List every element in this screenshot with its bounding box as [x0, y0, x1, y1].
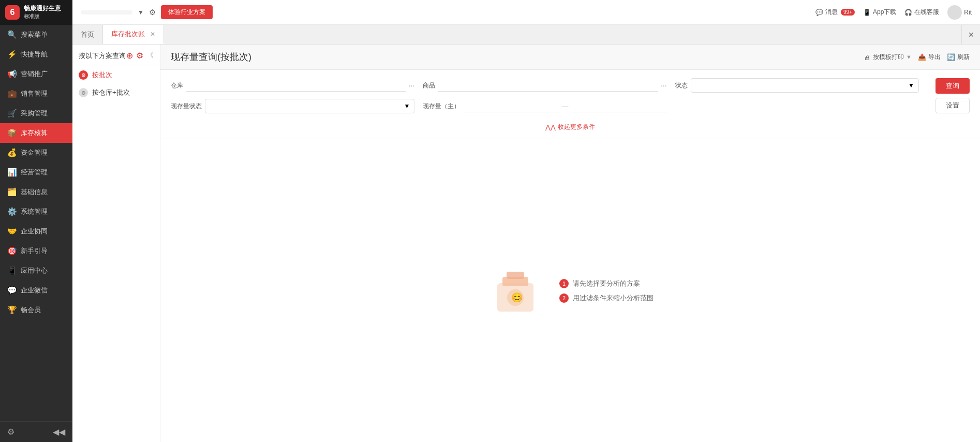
tip-num-1: 1 [559, 279, 569, 288]
sidebar-footer: ⚙ ◀◀ [0, 421, 72, 442]
topbar-gear-icon[interactable]: ⚙ [149, 8, 156, 17]
warehouse-filter-input[interactable] [186, 80, 406, 92]
empty-tips: 1 请先选择要分析的方案 2 用过滤条件来缩小分析范围 [559, 279, 654, 303]
sidebar-item-finance[interactable]: 💰 资金管理 [0, 143, 72, 163]
product-filter-input[interactable] [438, 80, 658, 92]
sidebar-item-label: 新手引导 [21, 246, 48, 256]
sidebar-item-appcenter[interactable]: 📱 应用中心 [0, 261, 72, 281]
tab-home[interactable]: 首页 [72, 25, 103, 44]
app-subtitle: 标准版 [24, 13, 61, 20]
app-download-label: App下载 [873, 8, 896, 17]
query-button[interactable]: 查询 [936, 78, 970, 94]
settings-plan-icon[interactable]: ⚙ [136, 51, 143, 61]
topbar-left: ▼ ⚙ 体验行业方案 [81, 5, 213, 19]
sidebar-item-marketing[interactable]: 📢 营销推广 [0, 64, 72, 84]
app-download-action[interactable]: 📱 App下载 [863, 8, 896, 17]
topbar-search-bar[interactable] [81, 10, 132, 14]
tip-num-2: 2 [559, 293, 569, 303]
plan-item-by-batch[interactable]: ⚙ 按批次 [72, 66, 160, 84]
sidebar-item-purchase[interactable]: 🛒 采购管理 [0, 104, 72, 123]
online-service-action[interactable]: 🎧 在线客服 [904, 8, 939, 17]
tab-bar: 首页 库存批次账 ✕ ✕ [72, 25, 980, 45]
collapse-panel-icon[interactable]: 《 [146, 51, 154, 61]
range-dash: — [562, 102, 569, 110]
print-dropdown-icon[interactable]: ▼ [906, 54, 912, 60]
empty-state-icon: 😊 [487, 262, 544, 319]
industry-solution-button[interactable]: 体验行业方案 [161, 5, 213, 19]
quicknav-icon: ⚡ [7, 50, 17, 59]
right-content: 现存量查询(按批次) 🖨 按模板打印 ▼ 📤 导出 🔄 刷新 [160, 45, 980, 442]
inventory-status-filter-group: 现存量状态 ▼ [171, 99, 414, 113]
sidebar-item-operations[interactable]: 📊 经营管理 [0, 163, 72, 182]
sidebar-item-guide[interactable]: 🎯 新手引导 [0, 241, 72, 261]
sidebar-header: 6 畅康通好生意 标准版 [0, 0, 72, 25]
sidebar-item-basic[interactable]: 🗂️ 基础信息 [0, 182, 72, 202]
close-tab-icon[interactable]: ✕ [150, 31, 155, 38]
close-all-icon: ✕ [968, 31, 974, 39]
settings-icon[interactable]: ⚙ [7, 427, 14, 437]
inventory-status-select[interactable]: ▼ [205, 99, 414, 113]
sidebar-nav: 🔍 搜索菜单 ⚡ 快捷导航 📢 营销推广 💼 销售管理 🛒 采购管理 📦 库存核… [0, 25, 72, 421]
online-service-label: 在线客服 [914, 8, 939, 17]
sidebar-item-sales[interactable]: 💼 销售管理 [0, 84, 72, 104]
page-title-bar: 现存量查询(按批次) 🖨 按模板打印 ▼ 📤 导出 🔄 刷新 [160, 45, 980, 70]
enterprise-icon: 🤝 [7, 227, 17, 236]
search-icon: 🔍 [7, 30, 17, 39]
plan-label: 按仓库+批次 [92, 88, 130, 97]
status-select[interactable]: ▼ [691, 78, 919, 93]
collapse-filter-bar[interactable]: ⋀⋀ 收起更多条件 [171, 120, 970, 135]
warehouse-more-icon[interactable]: ··· [409, 81, 415, 90]
plan-label: 按批次 [92, 70, 112, 80]
home-tab-label: 首页 [81, 30, 94, 39]
svg-rect-2 [507, 272, 524, 279]
inventory-qty-filter-group: 现存量（主） — [423, 100, 666, 112]
vip-icon: 🏆 [7, 305, 17, 315]
svg-text:😊: 😊 [511, 292, 523, 303]
sidebar-item-search[interactable]: 🔍 搜索菜单 [0, 25, 72, 45]
message-icon: 💬 [815, 9, 823, 16]
empty-tip-1: 1 请先选择要分析的方案 [559, 279, 654, 288]
inventory-qty-label: 现存量（主） [423, 102, 460, 111]
close-all-tabs-button[interactable]: ✕ [961, 25, 980, 44]
inventory-qty-from[interactable] [463, 100, 558, 112]
tip-text-2: 用过滤条件来缩小分析范围 [573, 293, 654, 303]
add-plan-icon[interactable]: ⊕ [126, 51, 133, 61]
sidebar-item-system[interactable]: ⚙️ 系统管理 [0, 202, 72, 222]
inventory-qty-to[interactable] [572, 100, 667, 112]
message-action[interactable]: 💬 消息 99+ [815, 8, 855, 17]
plan-inactive-icon: ⚙ [79, 88, 88, 97]
filter-area: 仓库 ··· 商品 ··· 状态 [160, 70, 980, 139]
sidebar-item-label: 快捷导航 [21, 50, 48, 59]
refresh-label: 刷新 [957, 53, 970, 62]
sidebar-item-label: 畅会员 [21, 305, 41, 315]
sidebar-item-label: 资金管理 [21, 148, 48, 157]
collapse-sidebar-icon[interactable]: ◀◀ [53, 427, 65, 437]
filter-row-1: 仓库 ··· 商品 ··· 状态 [171, 78, 919, 93]
operations-icon: 📊 [7, 168, 17, 177]
export-icon: 📤 [918, 53, 926, 61]
tab-inventory-batch[interactable]: 库存批次账 ✕ [103, 25, 164, 44]
settings-button[interactable]: 设置 [936, 98, 970, 113]
status-filter-label: 状态 [675, 81, 688, 90]
left-panel-title: 按以下方案查询 [79, 51, 126, 61]
export-label: 导出 [928, 53, 941, 62]
product-more-icon[interactable]: ··· [661, 81, 667, 90]
export-button[interactable]: 📤 导出 [918, 53, 941, 62]
marketing-icon: 📢 [7, 69, 17, 79]
sidebar-item-inventory[interactable]: 📦 库存核算 [0, 123, 72, 143]
phone-icon: 📱 [863, 9, 871, 16]
sidebar-item-quicknav[interactable]: ⚡ 快捷导航 [0, 45, 72, 64]
refresh-button[interactable]: 🔄 刷新 [947, 53, 970, 62]
sidebar-item-wechat[interactable]: 💬 企业微信 [0, 281, 72, 300]
empty-state: 😊 1 请先选择要分析的方案 2 用过滤条件来缩小分析范围 [160, 139, 980, 442]
sidebar-item-enterprise[interactable]: 🤝 企业协同 [0, 222, 72, 241]
topbar-dropdown-icon[interactable]: ▼ [138, 9, 144, 16]
page-title: 现存量查询(按批次) [171, 51, 251, 63]
user-profile[interactable]: Rit [947, 5, 972, 20]
finance-icon: 💰 [7, 148, 17, 157]
plan-item-by-warehouse-batch[interactable]: ⚙ 按仓库+批次 [72, 84, 160, 101]
sidebar-item-vip[interactable]: 🏆 畅会员 [0, 300, 72, 320]
sidebar-item-label: 搜索菜单 [21, 30, 48, 39]
print-button[interactable]: 🖨 按模板打印 ▼ [864, 53, 912, 62]
sidebar: 6 畅康通好生意 标准版 🔍 搜索菜单 ⚡ 快捷导航 📢 营销推广 💼 销售管理… [0, 0, 72, 442]
